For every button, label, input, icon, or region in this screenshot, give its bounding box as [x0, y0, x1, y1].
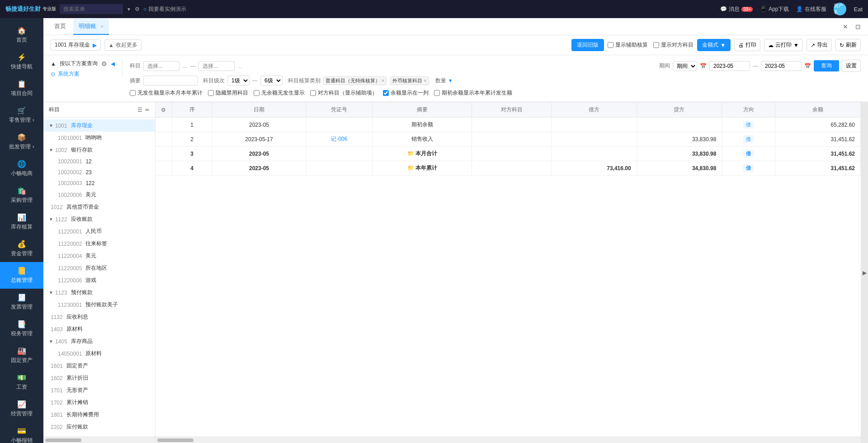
- tab-close-btn[interactable]: ×: [101, 24, 104, 29]
- no-balance-checkbox[interactable]: 无余额无发生显示: [254, 89, 305, 97]
- tree-item-10010001[interactable]: 10010001哟哟哟: [43, 132, 155, 144]
- no-occurrence-checkbox[interactable]: 无发生额显示本月本年累计: [130, 89, 203, 97]
- dropdown-arrow-icon[interactable]: ▼: [127, 7, 131, 12]
- expand-more-btn[interactable]: ▲ 收起更多: [104, 39, 142, 51]
- table-scrollbar-h[interactable]: [156, 437, 861, 443]
- tree-code: 10020003: [58, 180, 82, 186]
- tree-item-11220004[interactable]: 11220004美元: [43, 250, 155, 262]
- sidebar-label: 小畅电商: [11, 170, 33, 176]
- col-settings[interactable]: ⚙: [156, 102, 172, 118]
- refresh-btn[interactable]: ↻ 刷新: [835, 39, 861, 51]
- print-btn[interactable]: 🖨 打印: [734, 39, 760, 51]
- app-download-btn[interactable]: 📱 App下载: [760, 5, 789, 13]
- tree-item-1702[interactable]: 1702累计摊销: [43, 396, 155, 409]
- sidebar-item-资金管理[interactable]: 💰资金管理: [0, 235, 43, 262]
- tree-item-1701[interactable]: 1701无形资产: [43, 384, 155, 396]
- demo-link[interactable]: ○ 我要看实例演示: [143, 5, 186, 13]
- tree-item-1001[interactable]: ▼ 1001库存现金: [43, 119, 155, 132]
- filter-settings-btn[interactable]: 设置: [842, 60, 861, 72]
- tree-item-1405[interactable]: ▼ 1405库存商品: [43, 335, 155, 348]
- tree-item-1012[interactable]: 1012其他货币资金: [43, 201, 155, 213]
- tree-item-10020006[interactable]: 10020006美元: [43, 189, 155, 201]
- tree-item-11230001[interactable]: 11230001预付账款美子: [43, 299, 155, 311]
- balance-one-col-checkbox[interactable]: 余额显示在一列: [383, 89, 429, 97]
- tree-item-1602[interactable]: 1602累计折旧: [43, 372, 155, 384]
- sidebar-item-税务管理[interactable]: 📑税务管理: [0, 315, 43, 342]
- level-start-select[interactable]: 1级: [227, 76, 250, 86]
- user-avatar[interactable]: 用户名: [834, 3, 846, 15]
- window-expand-btn[interactable]: ⊡: [854, 21, 863, 32]
- tree-item-1002[interactable]: ▼ 1002银行存款: [43, 144, 155, 156]
- tree-toggle: ▼: [49, 217, 53, 222]
- sidebar-item-经营管理[interactable]: 📈经营管理: [0, 395, 43, 422]
- tree-item-1801[interactable]: 1801长期待摊费用: [43, 409, 155, 421]
- tab-home[interactable]: 首页: [49, 19, 71, 35]
- cloud-print-btn[interactable]: ☁ 云打印 ▼: [764, 39, 803, 51]
- tree-item-1132[interactable]: 1132应收利息: [43, 311, 155, 323]
- show-auxiliary-checkbox[interactable]: 显示辅助核算: [608, 41, 648, 49]
- period-end-input[interactable]: 2023-05: [761, 61, 802, 71]
- tree-item-1601[interactable]: 1601固定资产: [43, 360, 155, 372]
- online-service-btn[interactable]: 👤 在线客服: [796, 5, 826, 13]
- period-mode-select[interactable]: 期间: [673, 61, 697, 71]
- tree-item-1122[interactable]: ▼ 1122应收账款: [43, 213, 155, 225]
- show-opposite-checkbox[interactable]: 显示对方科目: [653, 41, 693, 49]
- tree-item-10020002[interactable]: 1002000223: [43, 167, 155, 178]
- sidebar-item-首页[interactable]: 🏠首页: [0, 22, 43, 48]
- export-btn[interactable]: ↗ 导出: [807, 39, 832, 51]
- tree-item-11220002[interactable]: 11220002往来标签: [43, 238, 155, 250]
- sidebar-item-库存核算[interactable]: 📊库存核算: [0, 209, 43, 235]
- sidebar-item-快捷导航[interactable]: ⚡快捷导航: [0, 48, 43, 75]
- right-panel-toggle[interactable]: ▶: [861, 102, 868, 443]
- sidebar-label: 发票管理: [11, 304, 33, 310]
- tree-item-1123[interactable]: ▼ 1123预付账款: [43, 286, 155, 299]
- tree-scrollbar[interactable]: [43, 437, 155, 443]
- category-tag-1-remove[interactable]: ×: [382, 78, 384, 83]
- row-voucher[interactable]: 记-006: [306, 132, 373, 147]
- amount-style-btn[interactable]: 金额式 ▼: [697, 39, 731, 51]
- tree-item-10020001[interactable]: 1002000112: [43, 156, 155, 167]
- sidebar-item-项目合同[interactable]: 📋项目合同: [0, 75, 43, 102]
- message-btn[interactable]: 💬 消息 99+: [720, 5, 753, 13]
- panel-pencil-icon[interactable]: ✏: [145, 107, 150, 113]
- sidebar-item-采购管理[interactable]: 🛍️采购管理: [0, 182, 43, 209]
- summary-input[interactable]: [143, 76, 198, 86]
- query-gear-icon[interactable]: ⚙: [101, 60, 107, 67]
- sidebar-item-工资[interactable]: 💵工资: [0, 369, 43, 395]
- sidebar-item-批发管理[interactable]: 📦批发管理 ›: [0, 129, 43, 155]
- tree-item-1403[interactable]: 1403原材料: [43, 323, 155, 335]
- category-tag-2-remove[interactable]: ×: [424, 78, 426, 83]
- voucher-link[interactable]: 记-006: [331, 136, 347, 142]
- panel-list-icon[interactable]: ☰: [137, 107, 142, 113]
- tree-item-11220006[interactable]: 11220006游戏: [43, 274, 155, 286]
- quantity-dropdown-icon[interactable]: ▼: [448, 78, 453, 83]
- system-plan-item[interactable]: ⊙ 系统方案: [51, 70, 115, 78]
- opposite-subject-checkbox[interactable]: 对方科目（显示辅助项）: [310, 89, 377, 97]
- query-collapse-icon[interactable]: ◀: [111, 61, 115, 67]
- period-opening-checkbox[interactable]: 期初余额显示本年累计发生额: [434, 89, 512, 97]
- tree-item-14050001[interactable]: 14050001原材料: [43, 348, 155, 360]
- sidebar-item-零售管理[interactable]: 🛒零售管理 ›: [0, 102, 43, 129]
- subject-selector[interactable]: 1001 库存现金 ▶: [51, 39, 101, 51]
- sidebar-item-小畅报销[interactable]: 💳小畅报销: [0, 422, 43, 443]
- sidebar-item-小畅电商[interactable]: 🌐小畅电商: [0, 155, 43, 182]
- back-old-version-btn[interactable]: 退回旧版: [571, 39, 604, 51]
- table-settings-icon[interactable]: ⚙: [161, 107, 166, 113]
- tree-item-10020003[interactable]: 10020003122: [43, 178, 155, 189]
- hide-disabled-checkbox[interactable]: 隐藏禁用科目: [208, 89, 248, 97]
- level-end-select[interactable]: 6级: [260, 76, 283, 86]
- subject-end-input[interactable]: [198, 61, 235, 71]
- settings-icon[interactable]: ⚙: [135, 6, 140, 12]
- tab-detail[interactable]: 明细账 ×: [73, 19, 109, 35]
- tree-item-2202[interactable]: 2202应付账款: [43, 421, 155, 433]
- tree-item-11220001[interactable]: 11220001人民币: [43, 225, 155, 238]
- menu-search-input[interactable]: [60, 4, 123, 14]
- search-btn[interactable]: 查询: [814, 60, 839, 71]
- sidebar-item-总账管理[interactable]: 📒总账管理: [0, 262, 43, 289]
- sidebar-item-发票管理[interactable]: 🧾发票管理: [0, 289, 43, 315]
- sidebar-item-固定资产[interactable]: 🏭固定资产: [0, 342, 43, 369]
- window-close-btn[interactable]: ✕: [841, 21, 850, 32]
- subject-start-input[interactable]: [143, 61, 179, 71]
- period-start-input[interactable]: 2023-05: [709, 61, 750, 71]
- tree-item-11220005[interactable]: 11220005所在地区: [43, 262, 155, 274]
